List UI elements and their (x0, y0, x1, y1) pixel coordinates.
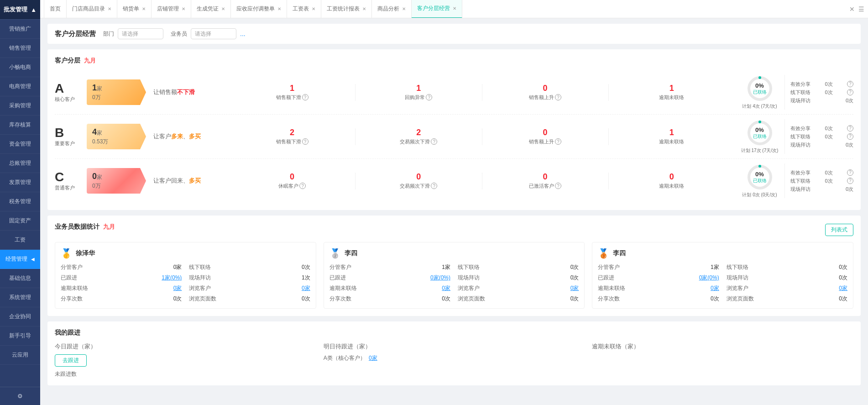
tab-pingzheng[interactable]: 生成凭证 ✕ (191, 0, 231, 18)
sidebar-settings[interactable]: ⚙ (0, 387, 40, 405)
salesperson-grid: 🥇 徐泽华 分管客户 0家 线下联络 0次 已跟进 (55, 242, 853, 309)
sp-stat-row: 分享次数 0次 (598, 295, 719, 303)
sidebar-item-dianshanng[interactable]: 电商管理 (0, 77, 40, 96)
info-icon[interactable]: ? (302, 138, 309, 145)
tab-dianpu[interactable]: 店铺管理 ✕ (152, 0, 191, 18)
info-icon[interactable]: ? (847, 133, 853, 140)
list-view-button[interactable]: 列表式 (825, 224, 853, 236)
info-icon[interactable]: ? (847, 169, 853, 176)
tier-stat-c-0[interactable]: 0 休眠客户 ? (229, 173, 356, 189)
sp-stat-row: 浏览客户 0家 (727, 284, 847, 292)
followup-right-num[interactable]: 0家 (369, 355, 377, 361)
tier-stats-b: 2 销售额下滑 ? 2 交易频次下滑 ? 0 销售额上升 ? 1 逾期未联络 (229, 128, 735, 145)
info-icon[interactable]: ? (847, 125, 853, 131)
sp-medal-1: 🥈 (329, 248, 341, 259)
tier-stat-b-2[interactable]: 0 销售额上升 ? (482, 128, 609, 145)
sp-stat-row: 分享次数 0次 (61, 295, 182, 303)
info-icon[interactable]: ? (426, 94, 432, 100)
tier-count-a[interactable]: 1家 0万 (87, 79, 146, 105)
sidebar-item-guding[interactable]: 固定资产 (0, 211, 40, 231)
info-icon[interactable]: ? (555, 183, 561, 189)
info-icon[interactable]: ? (847, 178, 853, 184)
tier-stat-a-0[interactable]: 1 销售额下滑 ? (229, 84, 356, 101)
tier-stat-a-1[interactable]: 1 回购异常 ? (356, 84, 482, 101)
sidebar-item-xiaodian[interactable]: 小畅电商 (0, 58, 40, 77)
tab-close-xiaohuo[interactable]: ✕ (142, 6, 146, 11)
tier-label-a: A 核心客户 (55, 82, 87, 103)
tab-close-mendian[interactable]: ✕ (108, 6, 111, 11)
sidebar-item-xinshou[interactable]: 新手引导 (0, 326, 40, 346)
info-icon[interactable]: ? (302, 94, 309, 100)
tab-close-gongzibaobiao[interactable]: ✕ (362, 6, 366, 11)
tier-stat-a-2[interactable]: 0 销售额上升 ? (482, 84, 609, 101)
sidebar-item-gongzi[interactable]: 工资 (0, 231, 40, 250)
salesperson-card-2: 🥉 李四 分管客户 1家 线下联络 0次 已跟进 (592, 242, 853, 309)
sidebar-header[interactable]: 批发管理 ▲ (0, 0, 40, 20)
tab-home[interactable]: 首页 (44, 0, 67, 18)
tab-bar-actions: ✕ ☰ (849, 5, 864, 13)
page-title: 客户分层经营 (55, 30, 96, 38)
tab-action-menu[interactable]: ☰ (858, 5, 864, 13)
tab-close-kehufenceng[interactable]: ✕ (453, 6, 456, 11)
tab-kehufenceng[interactable]: 客户分层经营 ✕ (412, 0, 462, 18)
goto-followup-button[interactable]: 去跟进 (55, 354, 87, 367)
sidebar-item-zhangzhang[interactable]: 总账管理 (0, 154, 40, 173)
info-icon[interactable]: ? (555, 94, 561, 100)
sp-medal-2: 🥉 (598, 248, 609, 259)
sidebar-item-shuiwu[interactable]: 税务管理 (0, 192, 40, 211)
sidebar-item-zijin[interactable]: 资金管理 (0, 135, 40, 154)
sidebar-toggle-icon[interactable]: ▲ (31, 6, 37, 13)
biz-section-header: 业务员数据统计 九月 列表式 (55, 223, 853, 237)
tier-stat-b-0[interactable]: 2 销售额下滑 ? (229, 128, 356, 145)
tier-stat-c-3[interactable]: 0 逾期未联络 (609, 173, 735, 189)
tab-gongzibiao[interactable]: 工资表 ✕ (287, 0, 321, 18)
sidebar-item-xiaoshou[interactable]: 销售管理 (0, 39, 40, 58)
tab-close-shangpinfenxi[interactable]: ✕ (402, 6, 406, 11)
tier-stat-b-3[interactable]: 1 逾期未联络 (609, 128, 735, 145)
tab-gongzibaobiao[interactable]: 工资统计报表 ✕ (321, 0, 372, 18)
tier-stat-c-2[interactable]: 0 已激活客户 ? (482, 173, 609, 189)
tab-yingshou[interactable]: 应收应付调整单 ✕ (231, 0, 287, 18)
tab-close-gongzibiao[interactable]: ✕ (312, 6, 315, 11)
sidebar-item-caigou[interactable]: 采购管理 (0, 96, 40, 116)
info-icon[interactable]: ? (299, 183, 306, 189)
tier-count-b[interactable]: 4家 0.53万 (87, 124, 146, 149)
dept-select[interactable]: 请选择 (118, 28, 163, 39)
tier-circle-b: 0% 已联络 计划 17次 (7天/次) (735, 119, 785, 154)
tier-right-stats-c: 有效分享 0次 ? 线下联络 0次 ? 现场拜访 0次 (785, 169, 853, 193)
info-icon[interactable]: ? (431, 138, 437, 145)
sidebar-title: 批发管理 (4, 5, 27, 14)
info-icon[interactable]: ? (847, 81, 853, 87)
tab-close-pingzheng[interactable]: ✕ (221, 6, 225, 11)
tier-right-stats-a: 有效分享 0次 ? 线下联络 0次 ? 现场拜访 0次 (785, 81, 853, 104)
tier-label-c: C 普通客户 (55, 171, 87, 191)
tier-stat-c-1[interactable]: 0 交易频次下滑 ? (356, 173, 482, 189)
sp-stat-row: 浏览页面数 0次 (458, 295, 579, 303)
sidebar-item-yingxiao[interactable]: 营销推广 (0, 20, 40, 39)
more-filters-icon[interactable]: ... (240, 30, 246, 37)
tab-xiaohuo[interactable]: 销货单 ✕ (117, 0, 152, 18)
salesperson-card-1: 🥈 李四 分管客户 1家 线下联络 0次 已跟进 (324, 242, 585, 309)
tab-action-close[interactable]: ✕ (849, 5, 855, 13)
sidebar-item-yun[interactable]: 云应用 (0, 346, 40, 365)
sidebar-item-xitong[interactable]: 系统管理 (0, 288, 40, 307)
sp-name-1: 李四 (345, 249, 357, 258)
sp-stat-row: 分管客户 1家 (329, 263, 450, 271)
tab-shangpinfenxi[interactable]: 商品分析 ✕ (372, 0, 412, 18)
sp-medal-0: 🥇 (61, 248, 72, 259)
sidebar-item-kucun[interactable]: 库存核算 (0, 116, 40, 135)
sidebar-item-fapiao[interactable]: 发票管理 (0, 173, 40, 192)
info-icon[interactable]: ? (431, 183, 437, 189)
tier-count-c[interactable]: 0家 0万 (87, 168, 146, 194)
tab-close-yingshou[interactable]: ✕ (277, 6, 281, 11)
tier-stat-a-3[interactable]: 1 逾期未联络 (609, 84, 735, 101)
tab-mendian[interactable]: 门店商品目录 ✕ (67, 0, 117, 18)
info-icon[interactable]: ? (847, 89, 853, 95)
salesperson-select[interactable]: 请选择 (191, 28, 236, 39)
tab-close-dianpu[interactable]: ✕ (182, 6, 185, 11)
sidebar-item-qiye[interactable]: 企业协同 (0, 307, 40, 326)
sidebar-item-jichu[interactable]: 基础信息 (0, 269, 40, 288)
sidebar-item-jingying[interactable]: 经营管理 ◀ (0, 250, 40, 269)
info-icon[interactable]: ? (555, 138, 561, 145)
tier-stat-b-1[interactable]: 2 交易频次下滑 ? (356, 128, 482, 145)
